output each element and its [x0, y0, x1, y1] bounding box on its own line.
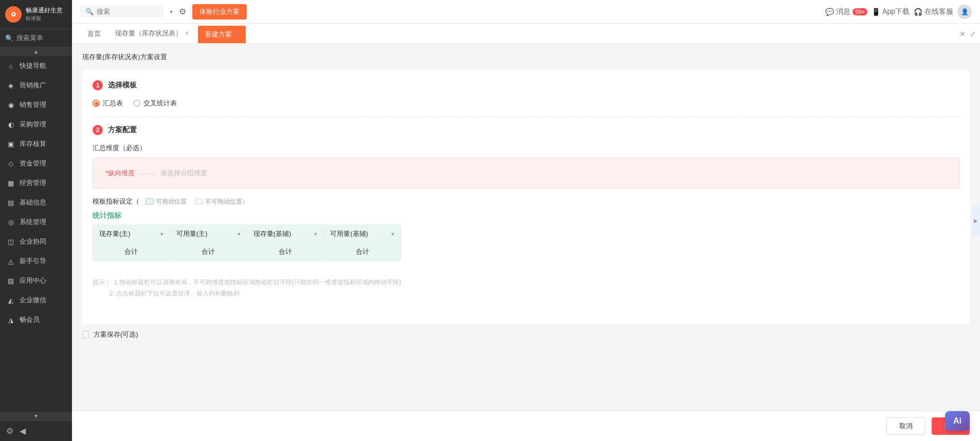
sidebar-item-member[interactable]: ◮ 畅会员	[0, 310, 72, 329]
purchase-icon: ◐	[6, 120, 15, 129]
logo-icon: ✿	[5, 6, 22, 23]
industry-btn[interactable]: 体验行业方案	[192, 4, 247, 20]
ai-button[interactable]: Ai	[945, 411, 970, 431]
sidebar-item-enterprise[interactable]: ◫ 企业协同	[0, 232, 72, 251]
app-center-icon: ▨	[6, 276, 15, 285]
scroll-down-btn[interactable]: ▼	[0, 412, 72, 420]
cancel-button[interactable]: 取消	[886, 417, 925, 435]
stats-col-cell-2: 合计	[247, 243, 324, 261]
sidebar-item-basic-info[interactable]: ▤ 基础信息	[0, 193, 72, 212]
tab-inventory-status[interactable]: 现存量（库存状况表） ×	[108, 24, 196, 44]
topbar-dropdown-icon[interactable]: ▾	[170, 8, 173, 15]
stats-col-cell-0: 合计	[93, 243, 170, 261]
stats-col-cell-1: 合计	[170, 243, 247, 261]
topbar-search-input[interactable]	[97, 8, 158, 15]
sidebar-item-app-center[interactable]: ▨ 应用中心	[0, 271, 72, 290]
sidebar-logo: ✿ 畅康通好生意 标准版	[0, 0, 72, 29]
sidebar-item-label: 企业协同	[20, 237, 46, 246]
tab-new-label: 新建方案	[205, 30, 232, 39]
tab-new-scheme[interactable]: 新建方案 ×	[198, 26, 246, 43]
stats-label: 统计指标	[93, 211, 959, 220]
enterprise-icon: ◫	[6, 237, 15, 246]
col-header-label-3: 可用量(基辅)	[330, 229, 368, 238]
draggable-label: 可拖动位置	[156, 197, 187, 206]
window-close-btn[interactable]: ✕	[959, 30, 966, 38]
dim-arrow: ——	[141, 170, 154, 177]
app-download-btn[interactable]: 📱 App下载	[872, 7, 910, 16]
indicator-legend: 可拖动位置 不可拖动位置）	[146, 197, 248, 206]
save-label: 方案保存(可选)	[94, 330, 138, 339]
footer-bar: 取消 查询	[72, 411, 980, 441]
dimension-label: 汇总维度（必选）	[93, 143, 959, 153]
user-avatar[interactable]: 👤	[957, 5, 972, 19]
radio-cross-circle	[133, 100, 140, 107]
sidebar-item-marketing[interactable]: ◈ 营销推广	[0, 76, 72, 95]
radio-summary-label: 汇总表	[103, 99, 123, 108]
tab-new-close[interactable]: ×	[235, 31, 239, 38]
stats-col-header-2[interactable]: 现存量(基辅) ▾	[247, 225, 324, 243]
online-service-label: 在线客服	[924, 7, 953, 16]
app-name: 畅康通好生意	[26, 7, 63, 15]
right-panel-toggle[interactable]: ▶	[972, 205, 980, 236]
step2-title: 方案配置	[108, 125, 137, 135]
settings-icon[interactable]: ⚙	[6, 426, 13, 436]
legend-not-draggable: 不可拖动位置）	[195, 197, 248, 206]
tip1-text: 1.拖动标题栏可以调整布局，不可跨维度或指标区域拖动栏目字段(只能在同一维度或指…	[114, 277, 401, 288]
page-title: 现存量(库存状况表)方案设置	[82, 52, 970, 62]
tab-inventory-close[interactable]: ×	[185, 30, 189, 37]
not-draggable-box	[195, 198, 203, 205]
indicator-header: 模板指标设定（ 可拖动位置 不可拖动位置）	[93, 197, 959, 206]
collapse-icon[interactable]: ◀	[20, 426, 26, 436]
window-expand-btn[interactable]: ⤢	[970, 30, 976, 38]
step2-header: 2 方案配置	[93, 125, 959, 135]
step1-header: 1 选择模板	[93, 80, 959, 90]
stats-col-2: 现存量(基辅) ▾ 合计	[247, 225, 324, 261]
sidebar-item-operation[interactable]: ▦ 经营管理	[0, 173, 72, 193]
guide-icon: ◬	[6, 256, 15, 266]
sidebar-item-quick-nav[interactable]: ⌂ 快捷导航	[0, 56, 72, 76]
sidebar-item-purchase[interactable]: ◐ 采购管理	[0, 115, 72, 134]
col-dropdown-0[interactable]: ▾	[160, 231, 164, 237]
scroll-up-btn[interactable]: ▲	[0, 47, 72, 56]
sidebar: ✿ 畅康通好生意 标准版 🔍 搜索菜单 ▲ ⌂ 快捷导航 ◈ 营销推广 ◉ 销售…	[0, 0, 72, 441]
topbar-settings-icon[interactable]: ⚙	[179, 7, 186, 16]
radio-summary-circle	[93, 100, 100, 107]
dimension-box: *纵向维度 —— 请选择分组维度	[93, 158, 959, 189]
main-area: 🔍 ▾ ⚙ 体验行业方案 💬 消息 99+ 📱 App下载 🎧 在线客服 👤	[72, 0, 980, 441]
sidebar-item-wechat[interactable]: ◭ 企业微信	[0, 290, 72, 310]
stats-col-header-0[interactable]: 现存量(主) ▾	[93, 225, 170, 243]
col-dropdown-1[interactable]: ▾	[238, 231, 241, 237]
online-service-btn[interactable]: 🎧 在线客服	[914, 7, 953, 16]
topbar: 🔍 ▾ ⚙ 体验行业方案 💬 消息 99+ 📱 App下载 🎧 在线客服 👤	[72, 0, 980, 24]
message-icon: 💬	[825, 8, 834, 16]
message-btn[interactable]: 💬 消息 99+	[825, 7, 867, 16]
topbar-search-icon: 🔍	[85, 8, 94, 15]
topbar-search-box[interactable]: 🔍	[80, 6, 164, 17]
col-dropdown-3[interactable]: ▾	[391, 231, 394, 237]
sidebar-item-inventory[interactable]: ▣ 库存核算	[0, 134, 72, 154]
sidebar-item-guide[interactable]: ◬ 新手引导	[0, 251, 72, 271]
radio-cross[interactable]: 交叉统计表	[133, 99, 177, 108]
save-checkbox[interactable]	[82, 331, 89, 338]
draggable-box	[146, 198, 154, 205]
stats-col-header-3[interactable]: 可用量(基辅) ▾	[324, 225, 401, 243]
sidebar-item-finance[interactable]: ◇ 资金管理	[0, 154, 72, 173]
sidebar-item-sales[interactable]: ◉ 销售管理	[0, 95, 72, 115]
settings-card: 1 选择模板 汇总表 交叉统计表 2 方案配置 汇总维度（必选）	[82, 70, 970, 324]
sidebar-search[interactable]: 🔍 搜索菜单	[0, 29, 72, 47]
col-dropdown-2[interactable]: ▾	[314, 231, 317, 237]
save-option: 方案保存(可选)	[82, 330, 970, 339]
step2-num: 2	[93, 125, 103, 135]
stats-col-header-1[interactable]: 可用量(主) ▾	[170, 225, 247, 243]
tip2-indent	[93, 288, 106, 300]
tab-inventory-label: 现存量（库存状况表）	[115, 29, 182, 38]
radio-summary[interactable]: 汇总表	[93, 99, 123, 108]
message-badge: 99+	[852, 8, 867, 15]
headset-icon: 🎧	[914, 8, 922, 16]
sidebar-item-system[interactable]: ◎ 系统管理	[0, 212, 72, 232]
sidebar-item-label: 新手引导	[20, 256, 46, 266]
sidebar-item-label: 系统管理	[20, 217, 46, 227]
template-options: 汇总表 交叉统计表	[93, 99, 959, 108]
sidebar-item-label: 库存核算	[20, 139, 46, 149]
tab-home[interactable]: 首页	[80, 25, 108, 43]
